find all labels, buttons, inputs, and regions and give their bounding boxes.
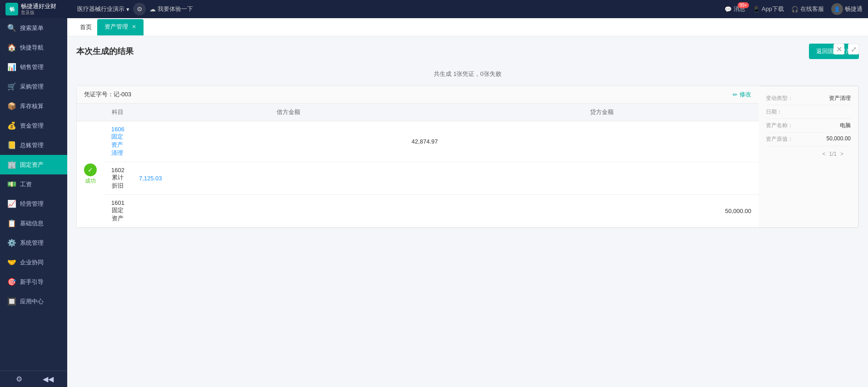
pagination-info: 1/1 xyxy=(829,151,837,157)
app-center-icon: 🔲 xyxy=(7,297,16,306)
info-row-type: 变动类型： 资产清理 xyxy=(766,92,851,105)
sidebar-item-system[interactable]: ⚙️ 系统管理 xyxy=(0,233,67,253)
debit-cell: 7,125.03 xyxy=(132,162,445,195)
close-panel-button[interactable]: ✕ xyxy=(833,44,844,55)
purchase-icon: 🛒 xyxy=(7,82,16,91)
table-row: 1602 累计折旧 7,125.03 xyxy=(77,162,759,195)
subject-cell: 1602 累计折旧 xyxy=(104,162,132,195)
info-row-date: 日期： xyxy=(766,105,851,119)
sidebar: 🔍 搜索菜单 🏠 快捷导航 📊 销售管理 🛒 采购管理 📦 库存核算 💰 xyxy=(0,18,67,387)
sidebar-bottom: ⚙ ◀◀ xyxy=(0,371,67,387)
logo-text: 畅捷通好业财 普及版 xyxy=(21,3,56,15)
chevron-down-icon: ▾ xyxy=(126,6,129,13)
sidebar-item-app-center[interactable]: 🔲 应用中心 xyxy=(0,292,67,311)
basic-info-icon: 📋 xyxy=(7,219,16,228)
logo-main: 畅捷通好业财 xyxy=(21,3,56,10)
credit-cell: 50,000.00 xyxy=(445,195,759,228)
online-service-button[interactable]: 🎧 在线客服 xyxy=(791,5,824,13)
app-logo: 畅 畅捷通好业财 普及版 xyxy=(5,3,73,15)
tab-asset-mgmt[interactable]: 资产管理 ✕ xyxy=(97,19,144,35)
sidebar-item-inventory[interactable]: 📦 库存核算 xyxy=(0,96,67,116)
search-icon: 🔍 xyxy=(7,24,16,32)
content-area: 首页 资产管理 ✕ 本次生成的结果 返回固定资产 共生成 1张凭证，0张失败 凭… xyxy=(67,18,868,387)
sidebar-settings-button[interactable]: ⚙ xyxy=(6,375,32,383)
logo-icon: 畅 xyxy=(5,3,18,15)
enterprise-icon: 🤝 xyxy=(7,258,16,267)
voucher-table: 科目 借方金额 贷方金额 ✓ 成功 1606 固定资 xyxy=(77,104,759,228)
info-label-original-value: 资产原值： xyxy=(766,135,793,143)
edit-button[interactable]: ✏ 修改 xyxy=(733,90,751,99)
pagination-prev[interactable]: < xyxy=(822,151,825,157)
sales-icon: 📊 xyxy=(7,63,16,71)
tab-close-icon[interactable]: ✕ xyxy=(132,24,136,30)
tab-bar: 首页 资产管理 ✕ xyxy=(67,18,868,36)
message-icon: 💬 xyxy=(724,6,732,13)
info-label-asset-name: 资产名称： xyxy=(766,122,793,129)
experience-button[interactable]: ☁ 我要体验一下 xyxy=(149,5,193,13)
download-icon: 📱 xyxy=(753,6,760,13)
sidebar-item-salary[interactable]: 💵 工资 xyxy=(0,174,67,194)
subject-cell: 1606 固定资产清理 xyxy=(104,121,132,162)
sidebar-item-guide[interactable]: 🎯 新手引导 xyxy=(0,272,67,292)
tab-home[interactable]: 首页 xyxy=(74,20,97,35)
debit-cell: 42,874.97 xyxy=(132,121,445,162)
sidebar-item-label: 应用中心 xyxy=(20,298,44,306)
result-container: 凭证字号：记-003 ✏ 修改 科目 借方金额 贷方金额 xyxy=(76,85,859,228)
info-panel: 变动类型： 资产清理 日期： 资产名称： 电脑 资产原值： 50,000.00 xyxy=(759,86,858,228)
panel-controls: ✕ ⤢ xyxy=(833,44,859,55)
pagination: < 1/1 > xyxy=(766,146,851,162)
sidebar-collapse-button[interactable]: ◀◀ xyxy=(35,375,61,383)
cloud-icon: ☁ xyxy=(149,5,156,13)
header-right: 💬 消息 99+ 📱 App下载 🎧 在线客服 👤 畅捷通 xyxy=(724,3,863,15)
info-label-date: 日期： xyxy=(766,108,782,116)
sidebar-item-operations[interactable]: 📈 经营管理 xyxy=(0,194,67,213)
sidebar-item-label: 销售管理 xyxy=(20,63,44,71)
sidebar-item-sales[interactable]: 📊 销售管理 xyxy=(0,57,67,77)
sidebar-item-enterprise[interactable]: 🤝 企业协同 xyxy=(0,253,67,272)
sidebar-item-label: 库存核算 xyxy=(20,102,44,110)
page-title-bar: 本次生成的结果 返回固定资产 xyxy=(76,44,859,59)
user-menu[interactable]: 👤 畅捷通 xyxy=(831,3,863,15)
subject-cell: 1601 固定资产 xyxy=(104,195,132,228)
sidebar-item-finance[interactable]: 💰 资金管理 xyxy=(0,116,67,135)
sidebar-item-search[interactable]: 🔍 搜索菜单 xyxy=(0,18,67,38)
sidebar-item-label: 快捷导航 xyxy=(20,44,44,52)
table-row: 1601 固定资产 50,000.00 xyxy=(77,195,759,228)
home-icon: 🏠 xyxy=(7,43,16,52)
voucher-section: 凭证字号：记-003 ✏ 修改 科目 借方金额 贷方金额 xyxy=(77,86,759,228)
sidebar-item-label: 工资 xyxy=(20,180,32,189)
summary-text: 共生成 1张凭证，0张失败 xyxy=(76,66,859,85)
pagination-next[interactable]: > xyxy=(840,151,843,157)
messages-badge: 99+ xyxy=(738,2,749,8)
col-credit: 贷方金额 xyxy=(445,104,759,121)
expand-panel-button[interactable]: ⤢ xyxy=(848,44,859,55)
salary-icon: 💵 xyxy=(7,180,16,189)
info-value-type: 资产清理 xyxy=(829,94,851,102)
credit-cell xyxy=(445,121,759,162)
sidebar-item-ledger[interactable]: 📒 总账管理 xyxy=(0,135,67,155)
info-label-type: 变动类型： xyxy=(766,94,793,102)
main-layout: 🔍 搜索菜单 🏠 快捷导航 📊 销售管理 🛒 采购管理 📦 库存核算 💰 xyxy=(0,18,868,387)
col-status xyxy=(77,104,104,121)
messages-button[interactable]: 💬 消息 99+ xyxy=(724,5,745,13)
operations-icon: 📈 xyxy=(7,199,16,208)
sidebar-item-label: 资金管理 xyxy=(20,122,44,130)
edit-icon: ✏ xyxy=(733,91,738,98)
sidebar-item-fixed-assets[interactable]: 🏢 固定资产 xyxy=(0,155,67,174)
sidebar-item-label: 经营管理 xyxy=(20,200,44,208)
sidebar-item-quick-nav[interactable]: 🏠 快捷导航 xyxy=(0,38,67,57)
sidebar-item-label: 新手引导 xyxy=(20,278,44,286)
top-header: 畅 畅捷通好业财 普及版 医疗器械行业演示 ▾ ⚙ ☁ 我要体验一下 💬 消息 … xyxy=(0,0,868,18)
logo-sub: 普及版 xyxy=(21,10,56,15)
sidebar-item-basic-info[interactable]: 📋 基础信息 xyxy=(0,213,67,233)
company-selector[interactable]: 医疗器械行业演示 ▾ xyxy=(77,5,129,13)
app-download-button[interactable]: 📱 App下载 xyxy=(753,5,784,13)
col-debit: 借方金额 xyxy=(132,104,445,121)
sidebar-item-label: 基础信息 xyxy=(20,219,44,228)
settings-icon[interactable]: ⚙ xyxy=(133,3,146,15)
finance-icon: 💰 xyxy=(7,121,16,130)
info-row-asset-name: 资产名称： 电脑 xyxy=(766,119,851,133)
sidebar-item-label: 搜索菜单 xyxy=(20,24,44,32)
sidebar-item-purchase[interactable]: 🛒 采购管理 xyxy=(0,77,67,96)
sidebar-item-label: 采购管理 xyxy=(20,83,44,91)
